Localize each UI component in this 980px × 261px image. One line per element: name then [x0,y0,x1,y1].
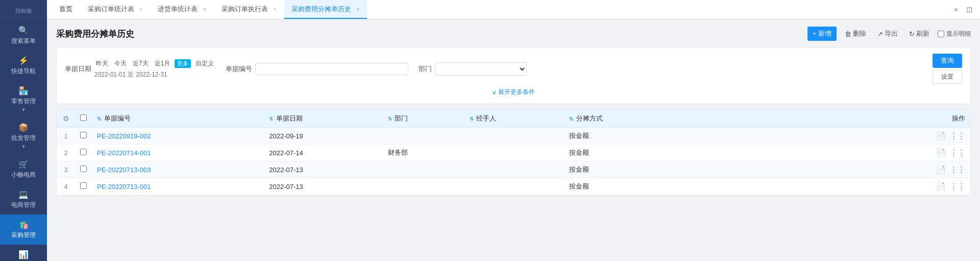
sort-icon: ⇅ [470,116,474,122]
tab-close-icon[interactable]: × [139,6,142,12]
table-row: 3 PE-20220713-003 2022-07-13 按金额 📄 ⋮⋮ [57,161,970,178]
content-area: 采购费用分摊单历史 + 新增 🗑 删除 ↗ 导出 ↻ 刷新 显示明细 [47,19,980,261]
sidebar-item-inventory[interactable]: 📊 库存核算 [0,245,47,261]
page-title: 采购费用分摊单历史 [56,28,134,40]
expand-conditions-button[interactable]: ∨ 展开更多条件 [487,87,540,98]
row-checkbox[interactable] [80,182,87,189]
view-action-icon[interactable]: 📄 [936,182,946,191]
filter-settings-button[interactable]: 设置 [933,70,962,84]
doc-no-link[interactable]: PE-20220919-002 [97,132,151,140]
view-action-icon[interactable]: 📄 [936,165,946,174]
sidebar-item-wholesale[interactable]: 📦 批发管理 ▼ [0,117,47,154]
date-shortcuts: 昨天 今天 近7天 近1月 更多 自定义 [94,59,215,68]
col-settings: ⚙ [57,110,75,128]
tab-purchase-cost-history[interactable]: 采购费用分摊单历史 × [284,0,366,19]
close-window-button[interactable]: × [951,4,960,15]
sidebar-item-mini-mall[interactable]: 🛒 小畅电商 [0,154,47,184]
row-checkbox[interactable] [80,165,87,172]
row-handler [464,161,564,178]
docno-label: 单据编号 [226,64,252,74]
date-label: 单据日期 [65,64,91,74]
tab-inbound-stats[interactable]: 进货单统计表 × [151,0,213,19]
table-row: 1 PE-20220919-002 2022-09-19 按金额 📄 ⋮⋮ [57,128,970,145]
tab-purchase-order-stats[interactable]: 采购订单统计表 × [81,0,150,19]
row-checkbox-cell [75,161,92,178]
data-table: ⚙ ⇅ 单据编号 ⇅ 单据日期 [57,110,970,195]
dept-select[interactable]: 财务部 [435,62,527,76]
doc-no-link[interactable]: PE-20220713-001 [97,183,151,191]
more-action-icon[interactable]: ⋮⋮ [950,148,965,157]
col-action: 操作 [929,110,970,128]
row-actions: 📄 ⋮⋮ [929,178,970,195]
date-group: 昨天 今天 近7天 近1月 更多 自定义 2022-01-01 至 2022-1… [94,59,215,79]
sidebar-item-label: 采购管理 [11,231,36,240]
row-checkbox-cell [75,145,92,161]
row-doc-date: 2022-07-14 [264,145,382,161]
tab-label: 采购费用分摊单历史 [291,5,351,14]
tab-home[interactable]: 首页 [52,0,80,19]
row-doc-date: 2022-07-13 [264,161,382,178]
column-settings-icon[interactable]: ⚙ [63,114,69,123]
table-row: 2 PE-20220714-001 2022-07-14 财务部 按金额 📄 ⋮… [57,145,970,161]
purchase-icon: 🛍️ [18,220,29,229]
tab-home-label: 首页 [59,5,72,14]
more-action-icon[interactable]: ⋮⋮ [950,131,965,140]
row-checkbox[interactable] [80,149,87,155]
refresh-button[interactable]: ↻ 刷新 [906,27,933,40]
tab-close-active-icon[interactable]: × [356,6,359,12]
more-action-icon[interactable]: ⋮⋮ [950,182,965,191]
shortcut-1month[interactable]: 近1月 [153,59,172,68]
doc-no-link[interactable]: PE-20220713-003 [97,166,151,174]
col-handler: ⇅ 经手人 [464,110,564,128]
shortcut-7days[interactable]: 近7天 [131,59,150,68]
inventory-icon: 📊 [18,250,29,259]
dept-label: 部门 [419,64,432,74]
select-all-checkbox[interactable] [80,114,87,121]
sidebar-item-search[interactable]: 🔍 搜索菜单 [0,20,47,51]
show-cols-checkbox-input[interactable] [938,31,944,37]
sidebar-item-retail[interactable]: 🏪 零售管理 ▼ [0,81,47,117]
row-checkbox[interactable] [80,132,87,138]
sidebar: 指标板 🔍 搜索菜单 ⚡ 快捷导航 🏪 零售管理 ▼ 📦 批发管理 ▼ 🛒 小畅… [0,0,47,261]
sidebar-item-label: 电商管理 [11,201,36,209]
row-actions: 📄 ⋮⋮ [929,128,970,145]
expand-icon: ∨ [492,89,497,96]
chevron-down-icon: ▼ [21,107,26,112]
sidebar-item-label: 批发管理 [11,134,36,143]
refresh-icon: ↻ [909,30,915,38]
tab-close-icon[interactable]: × [203,6,206,12]
shortcut-today[interactable]: 今天 [113,59,128,68]
tab-close-icon[interactable]: × [273,6,276,12]
more-action-icon[interactable]: ⋮⋮ [950,165,965,174]
col-checkbox [75,110,92,128]
sort-icon: ⇅ [97,116,101,122]
ecommerce-icon: 💻 [18,189,29,199]
tab-purchase-order-exec[interactable]: 采购订单执行表 × [214,0,283,19]
doc-no-link[interactable]: PE-20220714-001 [97,149,151,157]
row-dept [383,161,464,178]
view-action-icon[interactable]: 📄 [936,131,946,140]
maximize-window-button[interactable]: ⊡ [964,4,975,15]
view-action-icon[interactable]: 📄 [936,148,946,157]
sidebar-top-label: 指标板 [0,4,47,18]
row-dept [383,128,464,145]
sidebar-item-quick-nav[interactable]: ⚡ 快捷导航 [0,51,47,81]
dept-filter: 部门 财务部 [419,62,527,76]
sidebar-item-ecommerce[interactable]: 💻 电商管理 [0,184,47,215]
shortcut-custom[interactable]: 自定义 [194,59,215,68]
shortcut-yesterday[interactable]: 昨天 [94,59,110,68]
docno-input[interactable] [255,63,408,75]
show-cols-toggle[interactable]: 显示明细 [938,30,971,38]
delete-button[interactable]: 🗑 删除 [842,27,869,40]
export-button[interactable]: ↗ 导出 [874,27,901,40]
search-button[interactable]: 查询 [933,54,962,68]
date-filter: 单据日期 昨天 今天 近7天 近1月 更多 自定义 2022-01-01 [65,59,215,79]
page-header: 采购费用分摊单历史 + 新增 🗑 删除 ↗ 导出 ↻ 刷新 显示明细 [56,27,971,41]
sidebar-item-purchase[interactable]: 🛍️ 采购管理 [0,215,47,245]
shortcut-more[interactable]: 更多 [175,59,191,68]
row-handler [464,178,564,195]
add-button[interactable]: + 新增 [807,27,837,41]
row-handler [464,145,564,161]
filter-area: 单据日期 昨天 今天 近7天 近1月 更多 自定义 2022-01-01 [56,47,971,104]
retail-icon: 🏪 [18,86,29,96]
